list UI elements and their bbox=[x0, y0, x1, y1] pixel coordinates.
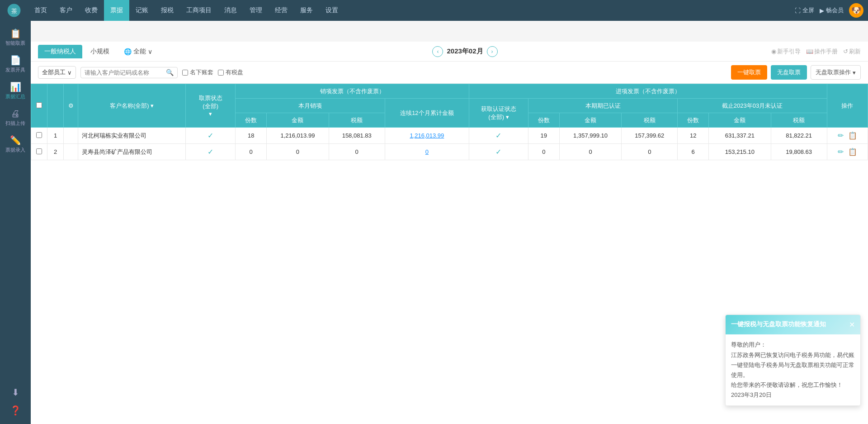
row-actions-0: ✏ 📋 bbox=[827, 128, 868, 144]
invoice-entry-icon: ✏️ bbox=[10, 136, 21, 145]
employee-filter-label: 全部员工 bbox=[42, 68, 66, 76]
row-unrecognized-count-0: 12 bbox=[678, 128, 709, 144]
invoice-table: ⚙ 客户名称(全部) ▾ 取票状态 (全部) ▾ 销项发票（不含作废票） 进项发… bbox=[31, 84, 868, 160]
invoice-summary-icon: 📊 bbox=[10, 82, 21, 91]
sidebar-item-invoice-summary[interactable]: 📊 票据汇总 bbox=[0, 78, 31, 105]
tab-general-taxpayer[interactable]: 一般纳税人 bbox=[38, 45, 82, 58]
detail-icon-1[interactable]: 📋 bbox=[848, 148, 857, 156]
select-all-checkbox[interactable] bbox=[36, 102, 42, 108]
nav-invoice[interactable]: 票据 bbox=[104, 0, 129, 21]
row-purchase-tax-1: 0 bbox=[622, 144, 678, 160]
nav-operation[interactable]: 经营 bbox=[269, 0, 294, 21]
table-row: 1 河北柯瑞栋实业有限公司 ✓ 18 1,216,013.99 158,081.… bbox=[31, 128, 868, 144]
no-tray-take-button[interactable]: 无盘取票 bbox=[771, 65, 807, 80]
search-icon[interactable]: 🔍 bbox=[166, 69, 174, 76]
sidebar-item-label-invoice-entry: 票据录入 bbox=[5, 147, 25, 153]
sidebar-download[interactable]: ⬇ bbox=[0, 383, 31, 401]
th-sales-tax: 税额 bbox=[329, 113, 385, 128]
sidebar-item-label-invoice-open: 发票开具 bbox=[5, 67, 25, 73]
nav-message[interactable]: 消息 bbox=[218, 0, 243, 21]
prev-period-button[interactable]: ‹ bbox=[432, 46, 443, 57]
row-unrecognized-tax-0: 81,822.21 bbox=[771, 128, 827, 144]
th-month-sales: 本月销项 bbox=[236, 99, 385, 113]
manual-icon: 📖 bbox=[806, 48, 813, 55]
name-account-label: 名下账套 bbox=[190, 68, 213, 76]
new-guide-label: 新手引导 bbox=[777, 48, 801, 56]
member-button[interactable]: ▶ 畅会员 bbox=[820, 6, 844, 14]
notification-body: 尊敬的用户：江苏政务网已恢复访问电子税务局功能，易代账一键登陆电子税务局与无盘取… bbox=[726, 334, 860, 405]
next-period-button[interactable]: › bbox=[487, 46, 498, 57]
row-sales-count-0: 18 bbox=[236, 128, 267, 144]
nav-manage[interactable]: 管理 bbox=[243, 0, 269, 21]
tax-tray-label: 有税盘 bbox=[226, 68, 243, 76]
nav-home[interactable]: 首页 bbox=[28, 0, 53, 21]
sidebar-item-smart-take[interactable]: 📋 智能取票 bbox=[0, 24, 31, 51]
nav-fees[interactable]: 收费 bbox=[79, 0, 104, 21]
customer-name-header: 客户名称(全部) bbox=[110, 102, 149, 109]
new-guide-button[interactable]: ◉ 新手引导 bbox=[771, 48, 801, 56]
no-tray-operation-button[interactable]: 无盘取票操作 ▾ bbox=[811, 65, 861, 80]
nav-service[interactable]: 服务 bbox=[294, 0, 319, 21]
notification-title: 一键报税与无盘取票功能恢复通知 bbox=[731, 320, 826, 329]
nav-bookkeeping[interactable]: 记账 bbox=[129, 0, 155, 21]
no-tray-op-label: 无盘取票操作 bbox=[816, 68, 851, 76]
sidebar-help[interactable]: ❓ bbox=[0, 401, 31, 419]
user-avatar[interactable]: 🐶 bbox=[849, 3, 863, 18]
nav-customer[interactable]: 客户 bbox=[53, 0, 79, 21]
th-customer-name[interactable]: 客户名称(全部) ▾ bbox=[78, 84, 186, 128]
manual-button[interactable]: 📖 操作手册 bbox=[806, 48, 838, 56]
employee-filter[interactable]: 全部员工 ∨ bbox=[38, 66, 76, 79]
th-recognize-status[interactable]: 获取认证状态 (全部) ▾ bbox=[469, 99, 528, 128]
fullscreen-button[interactable]: ⛶ 全屏 bbox=[795, 6, 814, 14]
row-checkbox-1[interactable] bbox=[31, 144, 47, 160]
th-take-status[interactable]: 取票状态 (全部) ▾ bbox=[186, 84, 236, 128]
nav-business[interactable]: 工商项目 bbox=[180, 0, 218, 21]
row-consecutive12-0[interactable]: 1,216,013.99 bbox=[385, 128, 469, 144]
sidebar-item-scan-upload[interactable]: 🖨 扫描上传 bbox=[0, 105, 31, 131]
nav-settings[interactable]: 设置 bbox=[319, 0, 344, 21]
detail-icon-0[interactable]: 📋 bbox=[848, 132, 857, 139]
customer-filter-icon[interactable]: ▾ bbox=[151, 102, 154, 109]
notification-body-scroll[interactable]: 尊敬的用户：江苏政务网已恢复访问电子税务局功能，易代账一键登陆电子税务局与无盘取… bbox=[726, 334, 860, 405]
sidebar-item-label-scan-upload: 扫描上传 bbox=[5, 120, 25, 127]
sidebar-item-invoice-open[interactable]: 📄 发票开具 bbox=[0, 51, 31, 78]
th-unrecognized-amount: 金额 bbox=[709, 113, 771, 128]
sidebar-item-invoice-entry[interactable]: ✏️ 票据录入 bbox=[0, 131, 31, 158]
notification-header: 一键报税与无盘取票功能恢复通知 ✕ bbox=[726, 315, 860, 334]
one-click-take-button[interactable]: 一键取票 bbox=[731, 65, 767, 80]
edit-icon-1[interactable]: ✏ bbox=[838, 148, 844, 156]
row-purchase-amount-1: 0 bbox=[559, 144, 622, 160]
top-right-actions: ⛶ 全屏 ▶ 畅会员 🐶 bbox=[795, 3, 863, 18]
nav-tax[interactable]: 报税 bbox=[155, 0, 180, 21]
recognize-filter-icon[interactable]: ▾ bbox=[506, 114, 509, 120]
row-setting-1 bbox=[64, 144, 78, 160]
row-unrecognized-amount-1: 153,215.10 bbox=[709, 144, 771, 160]
tax-tray-checkbox[interactable] bbox=[218, 70, 224, 76]
tab-all[interactable]: 🌐 全能 ∨ bbox=[118, 45, 159, 58]
tab-small-scale[interactable]: 小规模 bbox=[84, 45, 116, 58]
fullscreen-icon: ⛶ bbox=[795, 7, 801, 14]
svg-text:茶: 茶 bbox=[11, 8, 17, 14]
name-account-filter[interactable]: 名下账套 bbox=[182, 68, 213, 76]
take-status-filter-icon[interactable]: ▾ bbox=[209, 110, 212, 117]
edit-icon-0[interactable]: ✏ bbox=[838, 132, 844, 139]
tax-tray-filter[interactable]: 有税盘 bbox=[218, 68, 243, 76]
th-purchase-tax: 税额 bbox=[622, 113, 678, 128]
notification-close-button[interactable]: ✕ bbox=[849, 320, 855, 329]
th-checkbox[interactable] bbox=[31, 84, 47, 128]
refresh-button[interactable]: ↺ 刷新 bbox=[843, 48, 861, 56]
customer-search-input[interactable] bbox=[85, 67, 166, 78]
row-unrecognized-tax-1: 19,808.63 bbox=[771, 144, 827, 160]
th-action: 操作 bbox=[827, 84, 868, 128]
name-account-checkbox[interactable] bbox=[182, 70, 188, 76]
row-sales-amount-0: 1,216,013.99 bbox=[267, 128, 329, 144]
th-group-sales: 销项发票（不含作废票） bbox=[236, 84, 469, 99]
chevron-down-icon: ∨ bbox=[148, 48, 152, 55]
row-customer-name-0: 河北柯瑞栋实业有限公司 bbox=[78, 128, 186, 144]
take-status-header: 取票状态 (全部) bbox=[189, 94, 231, 110]
row-sales-count-1: 0 bbox=[236, 144, 267, 160]
row-checkbox-0[interactable] bbox=[31, 128, 47, 144]
row-consecutive12-1[interactable]: 0 bbox=[385, 144, 469, 160]
th-consecutive12: 连续12个月累计金额 bbox=[385, 99, 469, 128]
help-icon: ❓ bbox=[10, 406, 21, 415]
